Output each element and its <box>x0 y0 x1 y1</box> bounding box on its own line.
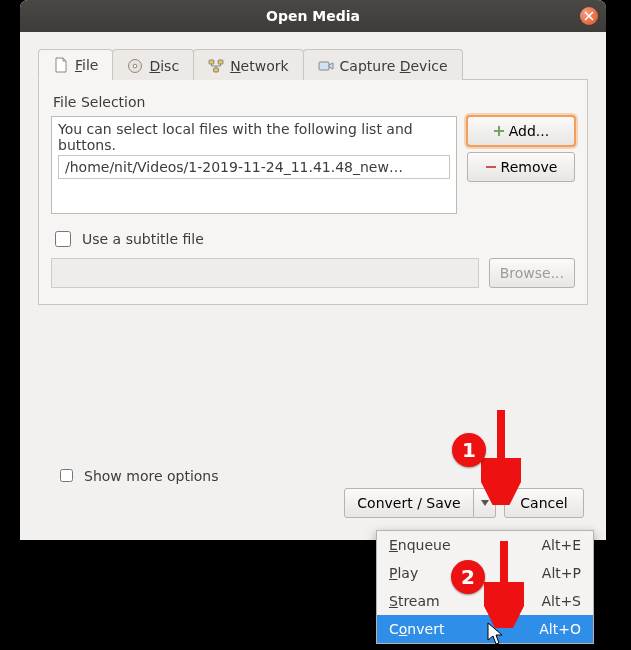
subtitle-checkbox[interactable] <box>55 231 71 247</box>
menu-accel: Alt+S <box>541 593 581 609</box>
disc-icon <box>127 58 143 74</box>
file-help-text: You can select local files with the foll… <box>58 121 450 153</box>
tab-file[interactable]: File <box>38 49 113 80</box>
annotation-arrow-1 <box>481 405 521 505</box>
svg-rect-5 <box>319 62 329 70</box>
tab-capture[interactable]: Capture Device <box>303 49 463 80</box>
file-icon <box>53 57 69 73</box>
menu-accel: Alt+O <box>539 621 581 637</box>
file-list[interactable]: You can select local files with the foll… <box>51 116 457 214</box>
tab-network-label: Network <box>230 58 288 74</box>
tab-bar: File Disc Network <box>38 48 588 80</box>
add-button[interactable]: Add... <box>467 116 575 146</box>
svg-rect-4 <box>214 68 219 72</box>
close-icon[interactable] <box>580 7 598 25</box>
tab-disc-label: Disc <box>149 58 179 74</box>
capture-icon <box>318 58 334 74</box>
tab-file-label: File <box>75 57 98 73</box>
remove-button[interactable]: Remove <box>467 152 575 182</box>
svg-point-1 <box>134 64 138 68</box>
subtitle-checkbox-label: Use a subtitle file <box>82 231 204 247</box>
svg-rect-3 <box>218 60 223 64</box>
titlebar: Open Media <box>20 0 606 32</box>
convert-save-button[interactable]: Convert / Save <box>344 488 474 518</box>
menu-accel: Alt+P <box>542 565 581 581</box>
file-panel: File Selection You can select local file… <box>38 80 588 305</box>
show-more-checkbox[interactable] <box>60 469 73 482</box>
window-title: Open Media <box>266 8 360 24</box>
tab-network[interactable]: Network <box>193 49 303 80</box>
annotation-badge-2: 2 <box>451 560 485 594</box>
show-more-row[interactable]: Show more options <box>56 466 219 485</box>
tab-capture-label: Capture Device <box>340 58 448 74</box>
subtitle-checkbox-row[interactable]: Use a subtitle file <box>51 228 575 250</box>
cursor-icon <box>487 622 505 646</box>
plus-icon <box>493 125 505 137</box>
tab-disc[interactable]: Disc <box>112 49 194 80</box>
annotation-arrow-2 <box>484 536 524 628</box>
svg-rect-2 <box>209 60 214 64</box>
browse-button: Browse... <box>489 258 575 288</box>
file-entry[interactable]: /home/nit/Videos/1-2019-11-24_11.41.48_n… <box>58 155 450 179</box>
file-selection-label: File Selection <box>53 94 575 110</box>
convert-save-splitbutton[interactable]: Convert / Save <box>344 488 496 518</box>
network-icon <box>208 58 224 74</box>
show-more-label: Show more options <box>84 468 219 484</box>
menu-accel: Alt+E <box>541 537 581 553</box>
annotation-badge-1: 1 <box>452 433 486 467</box>
subtitle-path-input <box>51 258 479 288</box>
minus-icon <box>485 161 497 173</box>
